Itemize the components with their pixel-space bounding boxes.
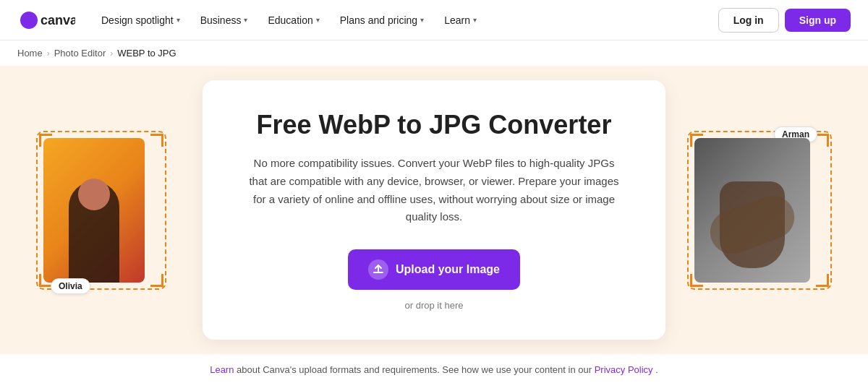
footer-text-middle: about Canva's upload formats and require… [237,364,595,375]
breadcrumb-home[interactable]: Home [17,48,43,59]
nav-item-learn[interactable]: Learn ▾ [435,9,485,32]
breadcrumb-separator: › [110,48,113,59]
nav-item-education[interactable]: Education ▾ [259,9,328,32]
breadcrumb-separator: › [47,48,50,59]
privacy-policy-link[interactable]: Privacy Policy [595,364,653,375]
breadcrumb: Home › Photo Editor › WEBP to JPG [0,40,868,66]
navbar: canva Design spotlight ▾ Business ▾ Educ… [0,0,868,40]
drop-text: or drop it here [246,300,622,311]
nav-item-business[interactable]: Business ▾ [192,9,257,32]
converter-card: Free WebP to JPG Converter No more compa… [203,80,665,340]
nav-items: Design spotlight ▾ Business ▾ Education … [93,9,718,32]
nav-item-design-spotlight[interactable]: Design spotlight ▾ [93,9,189,32]
hero-section: Olivia Free WebP to JPG Converter No mor… [0,66,868,354]
chevron-down-icon: ▾ [316,16,320,24]
hero-description: No more compatibility issues. Convert yo… [246,155,622,226]
upload-button[interactable]: Upload your Image [348,249,520,290]
hero-title: Free WebP to JPG Converter [246,109,622,140]
chevron-down-icon: ▾ [420,16,424,24]
login-button[interactable]: Log in [718,8,779,33]
signup-button[interactable]: Sign up [785,9,851,32]
chevron-down-icon: ▾ [176,16,180,24]
person-photo-left [43,138,145,283]
hero-image-right: Arman [694,138,825,283]
breadcrumb-current: WEBP to JPG [117,48,176,59]
learn-link[interactable]: Learn [210,364,234,375]
person-photo-right [694,138,810,283]
footer-period: . [655,364,658,375]
canva-logo[interactable]: canva [17,9,75,32]
nav-item-plans-pricing[interactable]: Plans and pricing ▾ [331,9,433,32]
upload-icon [368,259,388,280]
chevron-down-icon: ▾ [473,16,477,24]
footer-note: Learn about Canva's upload formats and r… [0,354,868,385]
breadcrumb-photo-editor[interactable]: Photo Editor [54,48,106,59]
svg-text:canva: canva [41,13,75,27]
label-olivia: Olivia [51,278,90,294]
hero-image-left: Olivia [43,138,159,283]
nav-right: Log in Sign up [718,8,851,33]
chevron-down-icon: ▾ [244,16,247,24]
